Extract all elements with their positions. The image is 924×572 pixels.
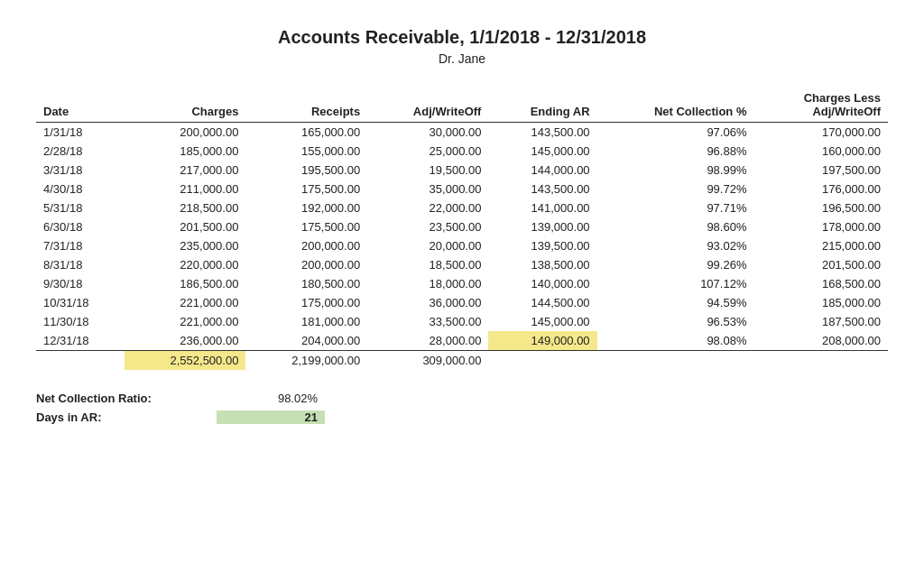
cell-net_collection: 94.59% [597,293,754,312]
cell-adjwriteoff: 28,000.00 [367,331,488,351]
totals-cell-6 [753,351,888,371]
cell-net_collection: 99.26% [597,255,754,274]
cell-charges: 220,000.00 [125,255,246,274]
cell-net_collection: 98.08% [597,331,754,351]
cell-charges_less: 170,000.00 [753,123,888,143]
cell-date: 7/31/18 [36,236,125,255]
cell-charges: 221,000.00 [125,293,246,312]
table-row: 7/31/18235,000.00200,000.0020,000.00139,… [36,236,888,255]
cell-charges: 201,500.00 [125,217,246,236]
cell-ending_ar: 140,000.00 [488,274,596,293]
cell-date: 6/30/18 [36,217,125,236]
cell-ending_ar: 143,500.00 [488,180,596,198]
net-collection-label: Net Collection Ratio: [36,392,217,405]
table-row: 11/30/18221,000.00181,000.0033,500.00145… [36,312,888,331]
cell-ending_ar: 144,500.00 [488,293,596,312]
cell-date: 3/31/18 [36,161,125,180]
cell-charges: 200,000.00 [125,123,246,143]
table-row: 1/31/18200,000.00165,000.0030,000.00143,… [36,123,888,143]
cell-ending_ar: 143,500.00 [488,123,596,143]
cell-charges_less: 160,000.00 [753,142,888,161]
cell-charges_less: 178,000.00 [753,217,888,236]
cell-adjwriteoff: 18,500.00 [367,255,488,274]
table-header-row: Date Charges Receipts Adj/WriteOff Endin… [36,88,888,123]
cell-charges: 221,000.00 [125,312,246,331]
cell-adjwriteoff: 36,000.00 [367,293,488,312]
cell-receipts: 204,000.00 [245,331,367,351]
totals-row: 2,552,500.002,199,000.00309,000.00 [36,351,888,371]
cell-ending_ar: 141,000.00 [488,198,596,217]
totals-cell-3: 309,000.00 [367,351,488,371]
cell-adjwriteoff: 33,500.00 [367,312,488,331]
cell-net_collection: 98.99% [597,161,754,180]
cell-date: 11/30/18 [36,312,125,331]
cell-date: 4/30/18 [36,180,125,198]
table-row: 2/28/18185,000.00155,000.0025,000.00145,… [36,142,888,161]
days-in-ar-row: Days in AR: 21 [36,411,888,424]
cell-net_collection: 107.12% [597,274,754,293]
cell-ending_ar: 138,500.00 [488,255,596,274]
days-in-ar-label: Days in AR: [36,411,217,424]
cell-adjwriteoff: 19,500.00 [367,161,488,180]
cell-ending_ar: 139,500.00 [488,236,596,255]
cell-net_collection: 96.53% [597,312,754,331]
cell-receipts: 180,500.00 [245,274,367,293]
col-receipts: Receipts [245,88,367,123]
cell-receipts: 181,000.00 [245,312,367,331]
col-charges: Charges [125,88,246,123]
cell-receipts: 195,500.00 [245,161,367,180]
table-row: 3/31/18217,000.00195,500.0019,500.00144,… [36,161,888,180]
cell-charges_less: 208,000.00 [753,331,888,351]
cell-adjwriteoff: 20,000.00 [367,236,488,255]
totals-cell-1: 2,552,500.00 [125,351,246,371]
cell-charges_less: 201,500.00 [753,255,888,274]
cell-receipts: 155,000.00 [245,142,367,161]
cell-charges_less: 185,000.00 [753,293,888,312]
net-collection-ratio-row: Net Collection Ratio: 98.02% [36,392,888,405]
cell-receipts: 165,000.00 [245,123,367,143]
table-row: 5/31/18218,500.00192,000.0022,000.00141,… [36,198,888,217]
col-ending-ar: Ending AR [488,88,596,123]
table-row: 9/30/18186,500.00180,500.0018,000.00140,… [36,274,888,293]
cell-adjwriteoff: 25,000.00 [367,142,488,161]
cell-receipts: 175,500.00 [245,180,367,198]
cell-charges: 235,000.00 [125,236,246,255]
cell-date: 8/31/18 [36,255,125,274]
col-net-collection: Net Collection % [597,88,754,123]
cell-adjwriteoff: 30,000.00 [367,123,488,143]
summary-section: Net Collection Ratio: 98.02% Days in AR:… [36,384,888,424]
cell-charges_less: 176,000.00 [753,180,888,198]
report-subtitle: Dr. Jane [36,51,888,66]
cell-charges_less: 196,500.00 [753,198,888,217]
cell-net_collection: 98.60% [597,217,754,236]
cell-ending_ar: 145,000.00 [488,142,596,161]
cell-ending_ar: 149,000.00 [488,331,596,351]
cell-charges: 236,000.00 [125,331,246,351]
table-row: 6/30/18201,500.00175,500.0023,500.00139,… [36,217,888,236]
cell-adjwriteoff: 22,000.00 [367,198,488,217]
cell-ending_ar: 144,000.00 [488,161,596,180]
net-collection-value: 98.02% [217,392,325,405]
cell-net_collection: 96.88% [597,142,754,161]
cell-receipts: 175,500.00 [245,217,367,236]
table-row: 8/31/18220,000.00200,000.0018,500.00138,… [36,255,888,274]
cell-charges: 217,000.00 [125,161,246,180]
cell-receipts: 200,000.00 [245,255,367,274]
cell-charges: 218,500.00 [125,198,246,217]
cell-date: 12/31/18 [36,331,125,351]
page-container: Accounts Receivable, 1/1/2018 - 12/31/20… [18,18,906,438]
cell-date: 1/31/18 [36,123,125,143]
table-row: 4/30/18211,000.00175,500.0035,000.00143,… [36,180,888,198]
cell-charges_less: 215,000.00 [753,236,888,255]
cell-ending_ar: 145,000.00 [488,312,596,331]
cell-net_collection: 93.02% [597,236,754,255]
cell-net_collection: 97.71% [597,198,754,217]
col-charges-less: Charges Less Adj/WriteOff [753,88,888,123]
days-in-ar-value: 21 [217,411,325,424]
totals-cell-4 [488,351,596,371]
cell-date: 10/31/18 [36,293,125,312]
cell-date: 9/30/18 [36,274,125,293]
cell-adjwriteoff: 35,000.00 [367,180,488,198]
report-title: Accounts Receivable, 1/1/2018 - 12/31/20… [36,27,888,48]
cell-charges_less: 187,500.00 [753,312,888,331]
